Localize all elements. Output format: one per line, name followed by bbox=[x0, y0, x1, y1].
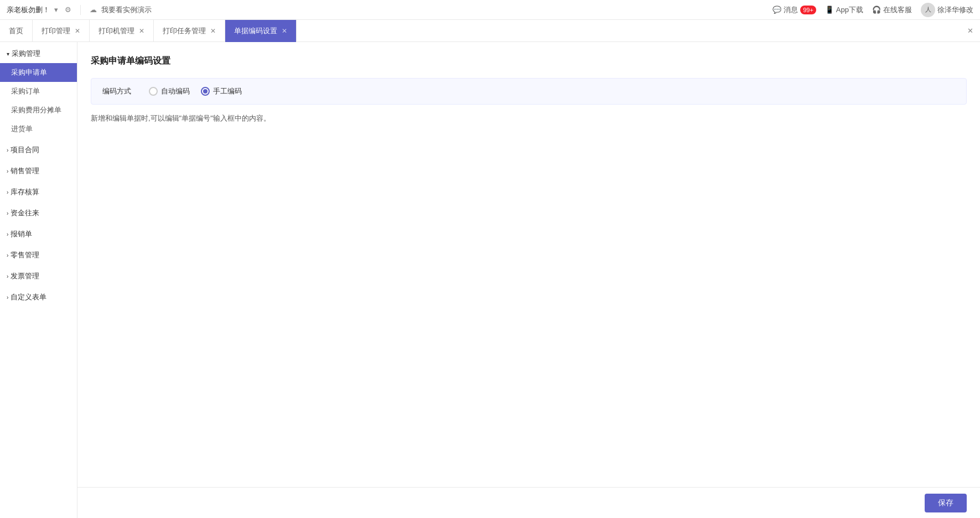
tab-print-management-label: 打印管理 bbox=[42, 26, 70, 36]
sidebar-item-stock-in[interactable]: 进货单 bbox=[0, 120, 77, 138]
sidebar-group-return: › 报销单 bbox=[0, 225, 77, 244]
sidebar-group-fund: › 资金往来 bbox=[0, 204, 77, 222]
sidebar-item-stock-in-label: 进货单 bbox=[11, 125, 33, 133]
sidebar-group-project-header[interactable]: › 项目合同 bbox=[0, 141, 77, 159]
main-content: 采购申请单编码设置 编码方式 自动编码 手工编码 bbox=[77, 42, 980, 518]
sidebar-group-project-label: 项目合同 bbox=[11, 145, 39, 155]
sidebar-group-purchase: ▾ 采购管理 采购申请单 采购订单 采购费用分摊单 进货单 bbox=[0, 44, 77, 138]
save-button[interactable]: 保存 bbox=[925, 494, 967, 512]
sidebar-group-custom-form: › 自定义表单 bbox=[0, 288, 77, 307]
inventory-arrow-icon: › bbox=[7, 189, 8, 195]
close-all-button[interactable]: ✕ bbox=[961, 27, 980, 35]
tab-barcode-setting[interactable]: 单据编码设置 ✕ bbox=[225, 20, 297, 42]
sidebar-group-custom-form-header[interactable]: › 自定义表单 bbox=[0, 288, 77, 307]
avatar: 人 bbox=[921, 3, 935, 17]
headset-icon: 🎧 bbox=[872, 6, 881, 14]
sidebar-group-retail: › 零售管理 bbox=[0, 246, 77, 265]
app-download-label: App下载 bbox=[836, 5, 863, 15]
sidebar-group-purchase-header[interactable]: ▾ 采购管理 bbox=[0, 44, 77, 63]
top-bar-right: 💬 消息 99+ 📱 App下载 🎧 在线客服 人 徐泽华修改 bbox=[772, 3, 973, 17]
top-bar-left: 亲老板勿删！ ▾ ⚙ ☁ 我要看实例演示 bbox=[7, 5, 152, 15]
tab-home[interactable]: 首页 bbox=[0, 20, 33, 42]
radio-manual-label: 手工编码 bbox=[213, 86, 242, 96]
sidebar-item-purchase-order-label: 采购订单 bbox=[11, 87, 40, 95]
sidebar-group-custom-form-label: 自定义表单 bbox=[11, 292, 46, 302]
sidebar-item-purchase-expense-label: 采购费用分摊单 bbox=[11, 106, 61, 114]
gear-icon[interactable]: ⚙ bbox=[65, 6, 71, 14]
sidebar-group-return-header[interactable]: › 报销单 bbox=[0, 225, 77, 244]
tab-print-task-close[interactable]: ✕ bbox=[210, 27, 216, 35]
user-name: 徐泽华修改 bbox=[937, 5, 973, 15]
sidebar-group-invoice-header[interactable]: › 发票管理 bbox=[0, 267, 77, 286]
sidebar-group-invoice-label: 发票管理 bbox=[11, 271, 39, 281]
sidebar-item-purchase-request[interactable]: 采购申请单 bbox=[0, 63, 77, 82]
sidebar: ▾ 采购管理 采购申请单 采购订单 采购费用分摊单 进货单 › 项目合同 bbox=[0, 42, 77, 518]
sidebar-group-inventory-label: 库存核算 bbox=[11, 187, 39, 197]
sidebar-group-return-label: 报销单 bbox=[11, 229, 32, 239]
footer: 保存 bbox=[77, 487, 980, 518]
hint-text: 新增和编辑单据时,可以编辑"单据编号"输入框中的内容。 bbox=[91, 113, 967, 123]
app-download-button[interactable]: 📱 App下载 bbox=[825, 5, 863, 15]
message-badge: 99+ bbox=[800, 6, 816, 14]
user-menu[interactable]: 人 徐泽华修改 bbox=[921, 3, 973, 17]
encoding-section: 编码方式 自动编码 手工编码 bbox=[91, 78, 967, 105]
radio-auto[interactable]: 自动编码 bbox=[149, 86, 190, 96]
content-area: 采购申请单编码设置 编码方式 自动编码 手工编码 bbox=[77, 42, 980, 487]
tab-print-task-label: 打印任务管理 bbox=[163, 26, 206, 36]
top-bar: 亲老板勿删！ ▾ ⚙ ☁ 我要看实例演示 💬 消息 99+ 📱 App下载 🎧 … bbox=[0, 0, 980, 20]
page-title: 采购申请单编码设置 bbox=[91, 55, 967, 67]
tab-barcode-setting-label: 单据编码设置 bbox=[234, 26, 277, 36]
sidebar-item-purchase-request-label: 采购申请单 bbox=[11, 68, 47, 76]
tab-print-management[interactable]: 打印管理 ✕ bbox=[33, 20, 90, 42]
tab-printer-management-label: 打印机管理 bbox=[98, 26, 134, 36]
tab-printer-management-close[interactable]: ✕ bbox=[139, 27, 144, 35]
sidebar-item-purchase-order[interactable]: 采购订单 bbox=[0, 82, 77, 101]
radio-auto-circle bbox=[149, 87, 158, 96]
fund-arrow-icon: › bbox=[7, 210, 8, 216]
tab-home-label: 首页 bbox=[9, 26, 23, 36]
sidebar-group-fund-header[interactable]: › 资金往来 bbox=[0, 204, 77, 222]
tab-print-task[interactable]: 打印任务管理 ✕ bbox=[154, 20, 225, 42]
sidebar-group-fund-label: 资金往来 bbox=[11, 208, 39, 218]
example-link[interactable]: 我要看实例演示 bbox=[101, 5, 152, 15]
retail-arrow-icon: › bbox=[7, 252, 8, 258]
sidebar-group-retail-header[interactable]: › 零售管理 bbox=[0, 246, 77, 265]
sidebar-group-retail-label: 零售管理 bbox=[11, 250, 39, 260]
sidebar-group-purchase-label: 采购管理 bbox=[12, 49, 40, 59]
sidebar-item-purchase-expense[interactable]: 采购费用分摊单 bbox=[0, 101, 77, 120]
sales-arrow-icon: › bbox=[7, 168, 8, 174]
radio-manual[interactable]: 手工编码 bbox=[201, 86, 242, 96]
tab-printer-management[interactable]: 打印机管理 ✕ bbox=[90, 20, 154, 42]
sidebar-group-sales-label: 销售管理 bbox=[11, 166, 39, 176]
online-service-label: 在线客服 bbox=[883, 5, 912, 15]
sidebar-group-inventory: › 库存核算 bbox=[0, 183, 77, 201]
return-arrow-icon: › bbox=[7, 231, 8, 237]
divider bbox=[80, 5, 81, 15]
message-button[interactable]: 💬 消息 99+ bbox=[772, 5, 816, 15]
sidebar-group-inventory-header[interactable]: › 库存核算 bbox=[0, 183, 77, 201]
app-title: 亲老板勿删！ bbox=[7, 5, 50, 15]
app-download-icon: 📱 bbox=[825, 6, 834, 14]
sidebar-group-project: › 项目合同 bbox=[0, 141, 77, 159]
sidebar-group-sales-header[interactable]: › 销售管理 bbox=[0, 162, 77, 180]
message-label: 消息 bbox=[784, 5, 798, 15]
tab-print-management-close[interactable]: ✕ bbox=[75, 27, 80, 35]
custom-form-arrow-icon: › bbox=[7, 294, 8, 301]
sidebar-group-invoice: › 发票管理 bbox=[0, 267, 77, 286]
sidebar-group-sales: › 销售管理 bbox=[0, 162, 77, 180]
message-icon: 💬 bbox=[772, 6, 781, 14]
layout: ▾ 采购管理 采购申请单 采购订单 采购费用分摊单 进货单 › 项目合同 bbox=[0, 42, 980, 518]
radio-manual-circle bbox=[201, 87, 210, 96]
cloud-icon: ☁ bbox=[90, 6, 97, 14]
tab-barcode-setting-close[interactable]: ✕ bbox=[282, 27, 287, 35]
radio-group: 自动编码 手工编码 bbox=[149, 86, 242, 96]
purchase-arrow-icon: ▾ bbox=[7, 51, 9, 57]
tab-bar: 首页 打印管理 ✕ 打印机管理 ✕ 打印任务管理 ✕ 单据编码设置 ✕ ✕ bbox=[0, 20, 980, 42]
project-arrow-icon: › bbox=[7, 147, 8, 153]
radio-auto-label: 自动编码 bbox=[161, 86, 190, 96]
online-service-button[interactable]: 🎧 在线客服 bbox=[872, 5, 912, 15]
encoding-label: 编码方式 bbox=[102, 86, 131, 96]
invoice-arrow-icon: › bbox=[7, 273, 8, 279]
chevron-down-icon[interactable]: ▾ bbox=[54, 6, 58, 14]
